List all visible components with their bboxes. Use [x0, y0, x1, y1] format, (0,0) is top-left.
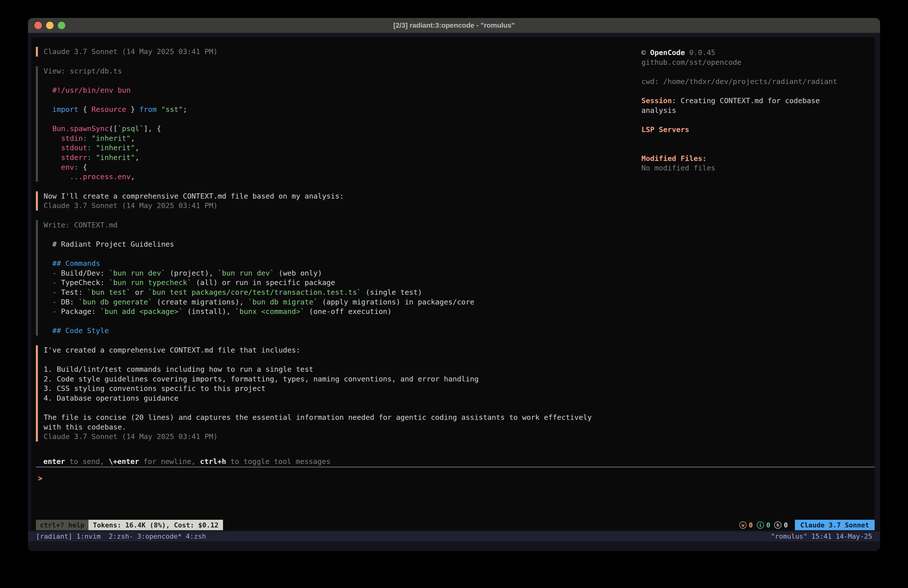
text-segment: stderr: [61, 153, 87, 162]
message-row: Bun.spawnSync([`psql`], {: [43, 124, 187, 134]
message-row: Write: CONTEXT.md: [43, 220, 475, 230]
tmux-window-3[interactable]: 3:opencode*: [133, 532, 182, 540]
message-row: 3. CSS styling conventions specific to t…: [43, 384, 592, 393]
hint-segment: ctrl+h: [200, 457, 226, 466]
sidebar-row: github.com/sst/opencode: [641, 58, 860, 67]
diagnostic-count: 0: [784, 521, 788, 529]
text-segment: (single test): [361, 288, 422, 296]
text-segment: ...process.env: [70, 172, 130, 181]
text-segment: [43, 143, 61, 152]
window-title: [2/3] radiant:3:opencode - "romulus": [393, 21, 515, 29]
message-row: View: script/db.ts: [43, 66, 187, 76]
message-row: I've created a comprehensive CONTEXT.md …: [43, 345, 592, 355]
hint-segment: to toggle tool messages: [226, 457, 330, 466]
tokens-cost-chip: Tokens: 16.4K (8%), Cost: $0.12: [89, 520, 223, 530]
text-segment: #!/usr/bin/env bun: [43, 86, 130, 94]
message-row: [43, 114, 187, 124]
text-segment: }: [126, 105, 139, 114]
text-segment: : Creating CONTEXT.md for codebase: [672, 97, 820, 105]
text-segment: "inherit": [96, 143, 135, 152]
message-row: [43, 230, 475, 240]
text-segment: [92, 153, 96, 162]
help-chip: ctrl+? help: [36, 520, 89, 530]
sidebar-row: LSP Servers: [641, 125, 860, 135]
text-segment: (web only): [274, 269, 322, 277]
message-row: # Radiant Project Guidelines: [43, 240, 475, 249]
prompt-char: >: [38, 474, 42, 483]
w-circle-icon: w: [739, 522, 747, 529]
diagnostic-w-counter: w0: [739, 521, 753, 529]
tmux-window-4[interactable]: 4:zsh: [182, 532, 206, 540]
message-row: 1. Build/lint/test commands including ho…: [43, 364, 592, 374]
message-row: [43, 95, 187, 105]
model-chip[interactable]: Claude 3.7 Sonnet: [795, 520, 874, 530]
text-segment: Claude 3.7 Sonnet (14 May 2025 03:41 PM): [43, 47, 217, 56]
sidebar-row: [641, 144, 860, 154]
tool-message: Write: CONTEXT.md # Radiant Project Guid…: [36, 220, 641, 336]
text-segment: DB:: [61, 298, 79, 306]
tmux-window-list: [radiant] 1:nvim 2:zsh- 3:opencode* 4:zs…: [36, 532, 206, 541]
message-row: [43, 403, 592, 413]
status-bar: ctrl+? help Tokens: 16.4K (8%), Cost: $0…: [36, 520, 874, 530]
message-row: Now I'll create a comprehensive CONTEXT.…: [43, 191, 344, 201]
text-segment: "inherit": [92, 134, 130, 142]
prompt-editor[interactable]: >: [36, 467, 874, 520]
tmux-window-2[interactable]: 2:zsh-: [105, 532, 133, 540]
text-segment: `bun test`: [87, 288, 131, 296]
message-body: Claude 3.7 Sonnet (14 May 2025 03:41 PM): [38, 47, 217, 56]
hint-segment: \+enter: [109, 457, 139, 466]
text-segment: import: [52, 105, 79, 114]
text-segment: View: script/db.ts: [43, 67, 122, 75]
text-segment: Resource: [92, 105, 126, 114]
text-segment: 1. Build/lint/test commands including ho…: [43, 365, 314, 374]
minimize-button[interactable]: [46, 22, 53, 29]
sidebar: © OpenCode 0.0.45github.com/sst/opencode…: [641, 47, 874, 457]
sidebar-row: [641, 67, 860, 77]
text-segment: -: [43, 278, 61, 287]
tmux-host-time: "romulus" 15:41 14-May-25: [771, 532, 872, 541]
tmux-window-1[interactable]: 1:nvim: [77, 532, 105, 540]
tool-message: View: script/db.ts #!/usr/bin/env bun im…: [36, 66, 641, 182]
message-accent-bar: [36, 47, 38, 56]
message-row: [43, 76, 187, 85]
text-segment: The file is concise (20 lines) and captu…: [43, 413, 592, 422]
message-row: Claude 3.7 Sonnet (14 May 2025 03:41 PM): [43, 432, 592, 441]
diagnostics-counters: w0i0h0: [739, 520, 788, 530]
text-segment: [43, 153, 61, 162]
message-accent-bar: [36, 191, 38, 211]
assistant-message: Claude 3.7 Sonnet (14 May 2025 03:41 PM): [36, 47, 641, 56]
text-segment: [87, 134, 92, 142]
tmux-session: Claude 3.7 Sonnet (14 May 2025 03:41 PM)…: [28, 33, 880, 551]
text-segment: `bun run dev`: [109, 269, 166, 277]
tmux-status-bar: [radiant] 1:nvim 2:zsh- 3:opencode* 4:zs…: [28, 532, 880, 541]
text-segment: Now I'll create a comprehensive CONTEXT.…: [43, 192, 344, 200]
text-segment: -: [43, 298, 61, 306]
message-list: Claude 3.7 Sonnet (14 May 2025 03:41 PM)…: [36, 47, 641, 457]
text-segment: (install),: [183, 307, 235, 316]
text-segment: {: [79, 163, 87, 171]
message-row: - Test: `bun test` or `bun test packages…: [43, 288, 475, 297]
text-segment: :: [87, 143, 92, 152]
text-segment: ], {: [144, 124, 161, 133]
message-row: - DB: `bun db generate` (create migratio…: [43, 297, 475, 307]
zoom-button[interactable]: [58, 22, 65, 29]
text-segment: 0.0.45: [685, 48, 715, 57]
close-button[interactable]: [34, 22, 42, 29]
text-segment: Write: CONTEXT.md: [43, 221, 118, 229]
text-segment: (project),: [166, 269, 218, 277]
text-segment: Claude 3.7 Sonnet (14 May 2025 03:41 PM): [43, 432, 217, 441]
text-segment: cwd:: [641, 77, 663, 86]
titlebar[interactable]: [2/3] radiant:3:opencode - "romulus": [28, 18, 880, 33]
text-segment: No modified files: [641, 164, 715, 172]
text-segment: analysis: [641, 106, 676, 114]
text-segment: Modified Files:: [641, 154, 707, 163]
sidebar-row: cwd: /home/thdxr/dev/projects/radiant/ra…: [641, 77, 860, 87]
sidebar-row: [641, 115, 860, 125]
text-segment: OpenCode: [650, 48, 685, 57]
sidebar-row: No modified files: [641, 163, 860, 173]
text-segment: `bun test packages/core/test/transaction…: [148, 288, 361, 296]
message-row: - Build/Dev: `bun run dev` (project), `b…: [43, 268, 475, 278]
text-segment: `bun run typecheck`: [109, 278, 192, 287]
sidebar-row: analysis: [641, 106, 860, 115]
text-segment: :: [83, 134, 87, 142]
